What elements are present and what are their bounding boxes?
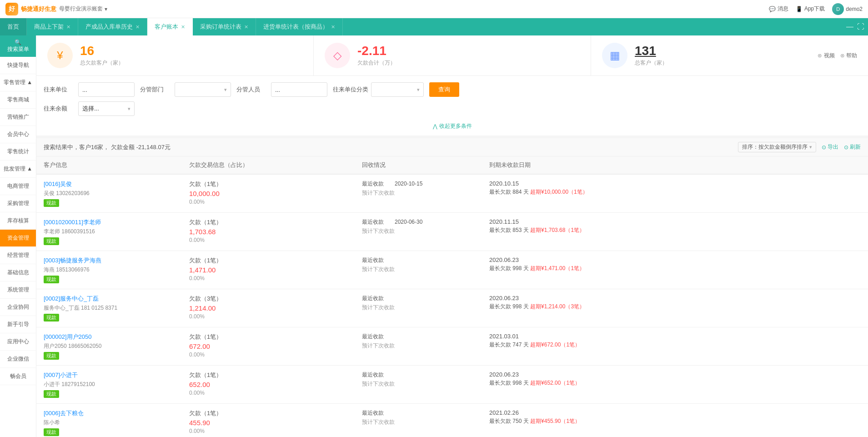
sidebar-item-system-mgmt[interactable]: 系统管理 [0,281,36,299]
customer-name-4[interactable]: [000002]用户2050 [44,333,189,341]
collapse-label: 收起更多条件 [439,122,472,130]
collection-info-1: 最近收款 2020-06-30 预计下次收款 [362,218,489,235]
sidebar-item-quick-nav[interactable]: 快捷导航 [0,57,36,74]
debt-info-0: 欠款（1笔） 10,000.00 0.00% [189,180,362,205]
overdue-link-1[interactable]: 超期¥1,703.68（1笔） [530,227,585,233]
sidebar-item-purchase-mgmt[interactable]: 采购管理 [0,195,36,212]
filter-row-1: 往来单位 ... 分管部门 ▾ 分管人员 ... [44,82,861,97]
sidebar-item-basic-info[interactable]: 基础信息 [0,264,36,281]
tab-bar-actions: — ⛶ [846,23,868,31]
tab-purchase-product-close[interactable]: ✕ [331,24,335,30]
refresh-btn[interactable]: ⊙ 刷新 [844,143,861,151]
tab-home[interactable]: 首页 [0,18,27,35]
collapse-more-btn[interactable]: ⋀ 收起更多条件 [44,121,861,132]
sidebar-item-inventory[interactable]: 库存核算 [0,212,36,230]
tab-purchase-summary[interactable]: 采购订单统计表 ✕ [193,18,256,35]
tab-product-history-close[interactable]: ✕ [135,24,140,30]
filter-unit-class-select[interactable]: ▾ [371,82,424,97]
tab-product-history[interactable]: 产成品入库单历史 ✕ [78,18,147,35]
tab-minimize-btn[interactable]: — [846,23,853,31]
debt-amount-3[interactable]: 1,214.00 [189,304,362,312]
overdue-days-0: 最长欠款 884 天 超期¥10,000.00（1笔） [489,188,861,196]
sidebar-item-enterprise-wechat[interactable]: 企业微信 [0,351,36,368]
debt-amount-6[interactable]: 455.90 [189,419,362,427]
customer-name-1[interactable]: [00010200011]李老师 [44,218,189,226]
layout: 🔍 搜索菜单 快捷导航 零售管理 ▲ 零售商城 营销推广 会员中心 零售统计 批… [0,35,868,437]
overdue-info-3: 2020.06.23 最长欠款 998 天 超期¥1,214.00（3笔） [489,295,861,311]
tab-customer-account-close[interactable]: ✕ [181,24,185,30]
stat-card-actions: ⊙ 视频 ⊙ 帮助 [818,52,857,60]
debt-amount-2[interactable]: 1,471.00 [189,266,362,274]
search-icon: 🔍 [15,39,21,45]
sidebar-item-retail-stats[interactable]: 零售统计 [0,143,36,161]
filter-person-input[interactable]: ... [271,82,327,97]
sidebar-item-member-center[interactable]: 会员中心 [0,126,36,143]
sidebar-item-retail-mall[interactable]: 零售商城 [0,91,36,109]
customer-info-3: [0002]服务中心_丁磊 服务中心_丁磊 181 0125 8371 现款 [44,295,189,321]
overdue-link-0[interactable]: 超期¥10,000.00（1笔） [530,189,588,195]
customer-name-5[interactable]: [0007]小进干 [44,371,189,379]
user-info[interactable]: D demo2 [832,3,863,15]
filter-dept-select[interactable]: ▾ [175,82,231,97]
overdue-link-5[interactable]: 超期¥652.00（1笔） [530,380,580,386]
sidebar-item-enterprise-collab[interactable]: 企业协同 [0,299,36,316]
customer-info-5: [0007]小进干 小进干 18279152100 现款 [44,371,189,398]
sort-select[interactable]: 排序：按欠款金额倒序排序 ▾ [738,142,816,152]
data-table: 客户信息 欠款交易信息（占比） 回收情况 到期未收款日期 [0016]吴俊 吴俊… [36,156,868,437]
overdue-days-2: 最长欠款 998 天 超期¥1,471.00（1笔） [489,265,861,272]
sidebar-item-retail-mgmt[interactable]: 零售管理 ▲ [0,74,36,91]
top-header: 好 畅捷通好生意 母婴行业演示账套 ▾ 💬 消息 📱 App下载 D demo2 [0,0,868,18]
customer-name-0[interactable]: [0016]吴俊 [44,180,189,188]
tab-purchase-summary-close[interactable]: ✕ [244,24,248,30]
debt-ratio-1: 0.00% [189,237,362,243]
debt-amount-4[interactable]: 672.00 [189,342,362,350]
filter-balance-select[interactable]: 选择... ▾ [78,101,135,116]
sidebar-item-ecommerce[interactable]: 电商管理 [0,178,36,195]
customer-name-3[interactable]: [0002]服务中心_丁磊 [44,295,189,303]
tab-product-shelf[interactable]: 商品上下架 ✕ [27,18,78,35]
stat-total-icon: ▦ [602,43,627,68]
debt-amount-1[interactable]: 1,703.68 [189,228,362,236]
result-debt-summary: 欠款金额 -21,148.07元 [111,144,171,151]
tab-maximize-btn[interactable]: ⛶ [857,23,864,31]
debt-amount-5[interactable]: 652.00 [189,381,362,388]
table-row: [00010200011]李老师 李老师 18600391516 现款 欠款（1… [36,213,868,251]
debt-amount-0[interactable]: 10,000.00 [189,190,362,197]
collection-info-4: 最近收款 预计下次收款 [362,333,489,350]
message-btn[interactable]: 💬 消息 [769,5,788,13]
table-row: [000002]用户2050 用户2050 18665062050 现款 欠款（… [36,327,868,366]
filter-balance-placeholder: 选择... [82,105,99,113]
customer-info-6: [0006]去下粮仓 陈小希 现款 [44,409,189,436]
filter-from-unit-input[interactable]: ... [78,82,135,97]
sidebar-item-vip-member[interactable]: 畅会员 [0,368,36,385]
sidebar: 🔍 搜索菜单 快捷导航 零售管理 ▲ 零售商城 营销推广 会员中心 零售统计 批… [0,35,36,437]
sidebar-search[interactable]: 🔍 搜索菜单 [0,35,36,57]
overdue-link-3[interactable]: 超期¥1,214.00（3笔） [530,303,585,310]
sidebar-item-marketing[interactable]: 营销推广 [0,109,36,126]
debt-info-5: 欠款（1笔） 652.00 0.00% [189,371,362,396]
store-selector[interactable]: 母婴行业演示账套 ▾ [59,5,107,13]
last-collect-1: 最近收款 2020-06-30 [362,218,489,226]
app-download-btn[interactable]: 📱 App下载 [796,5,825,13]
sidebar-item-wholesale-mgmt[interactable]: 批发管理 ▲ [0,161,36,178]
sidebar-item-newbie-guide[interactable]: 新手引导 [0,316,36,333]
view-video-btn[interactable]: ⊙ 视频 [818,52,834,60]
help-btn[interactable]: ⊙ 帮助 [840,52,857,60]
overdue-days-6: 最长欠款 750 天 超期¥455.90（1笔） [489,417,861,425]
customer-name-6[interactable]: [0006]去下粮仓 [44,409,189,417]
sidebar-item-app-center[interactable]: 应用中心 [0,333,36,351]
sidebar-item-operation-mgmt[interactable]: 经营管理 [0,247,36,264]
export-btn[interactable]: ⊙ 导出 [822,143,838,151]
customer-name-2[interactable]: [0003]畅捷服务尹海燕 [44,256,189,265]
sidebar-item-capital-mgmt[interactable]: 资金管理 [0,230,36,247]
tab-product-shelf-close[interactable]: ✕ [66,24,70,30]
search-button[interactable]: 查询 [429,82,459,97]
overdue-link-6[interactable]: 超期¥455.90（1笔） [530,418,580,424]
sidebar-item-operation-mgmt-label: 经营管理 [7,252,29,258]
sidebar-item-enterprise-collab-label: 企业协同 [7,304,29,310]
sidebar-item-enterprise-wechat-label: 企业微信 [7,356,29,362]
tab-customer-account[interactable]: 客户账本 ✕ [147,18,193,35]
overdue-link-2[interactable]: 超期¥1,471.00（1笔） [530,265,585,271]
tab-purchase-product[interactable]: 进货单统计表（按商品） ✕ [256,18,343,35]
overdue-link-4[interactable]: 超期¥672.00（1笔） [530,342,580,348]
